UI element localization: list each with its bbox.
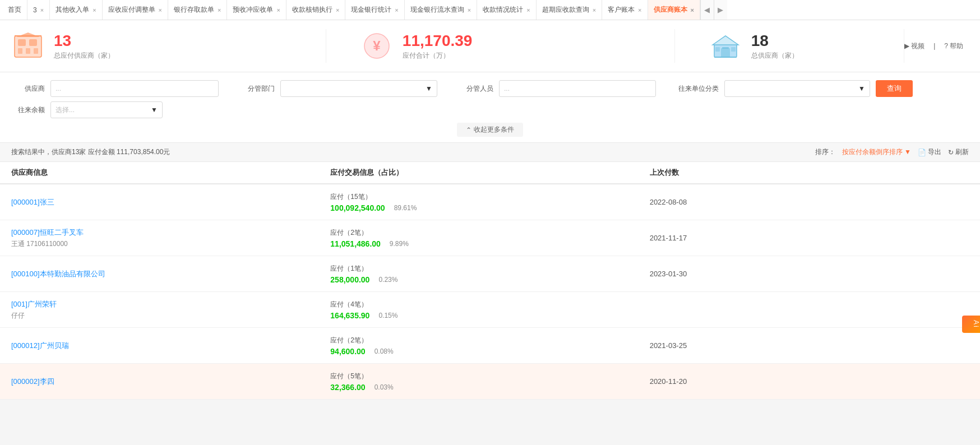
supplier-link-1[interactable]: [000001]张三: [11, 197, 330, 207]
nav-tab-supplier-book[interactable]: 供应商账本 ×: [648, 0, 700, 20]
close-icon[interactable]: ×: [276, 7, 280, 13]
supplier-link-6[interactable]: [000002]李四: [11, 377, 330, 387]
nav-tab-cash-bank-stat-label: 现金银行统计: [351, 5, 391, 15]
trade-amount-1[interactable]: 100,092,540.00: [330, 203, 385, 212]
dept-filter-label: 分管部门: [241, 84, 275, 94]
nav-tab-bank-deposit[interactable]: 银行存取款单 ×: [168, 0, 227, 20]
video-link[interactable]: ▶ 视频: [904, 41, 924, 51]
cell-supplier-5: [000012]广州贝瑞: [11, 341, 330, 351]
table-row: [000007]恒旺二手叉车 王通 17106110000 应付（2笔） 11,…: [0, 220, 980, 256]
trade-row-5: 94,600.00 0.08%: [330, 347, 649, 356]
nav-arrow-left[interactable]: ◀: [700, 0, 714, 20]
refresh-button[interactable]: ↻ 刷新: [948, 147, 969, 157]
close-icon[interactable]: ×: [40, 7, 44, 13]
category-select[interactable]: ▼: [724, 80, 870, 97]
svg-text:¥: ¥: [373, 38, 381, 53]
trade-label-3: 应付（1笔）: [330, 264, 649, 274]
svg-rect-0: [15, 36, 41, 57]
nav-tab-overdue[interactable]: 超期应收款查询 ×: [537, 0, 602, 20]
filter-area: 供应商 ... 分管部门 ▼ 分管人员 ... 往来单位分类 ▼ 查询 往来余额…: [0, 72, 980, 143]
collapse-label: 收起更多条件: [474, 125, 514, 135]
trade-label-2: 应付（2笔）: [330, 228, 649, 238]
nav-tab-supplier-book-label: 供应商账本: [654, 5, 687, 15]
cell-supplier-2: [000007]恒旺二手叉车 王通 17106110000: [11, 228, 330, 249]
supplier-link-5[interactable]: [000012]广州贝瑞: [11, 341, 330, 351]
svg-marker-11: [713, 36, 738, 45]
trade-percent-3: 0.23%: [378, 276, 397, 284]
nav-tab-cash-flow[interactable]: 现金银行流水查询 ×: [405, 0, 477, 20]
trade-row-2: 11,051,486.00 9.89%: [330, 239, 649, 248]
close-icon[interactable]: ×: [159, 7, 162, 13]
close-icon[interactable]: ×: [395, 7, 398, 13]
cell-date-6: 2020-11-20: [650, 377, 969, 386]
nav-tab-other-income[interactable]: 其他收入单 ×: [50, 0, 102, 20]
nav-tab-3[interactable]: 3 ×: [27, 0, 50, 20]
chevron-down-icon: ▼: [904, 148, 911, 156]
trade-amount-2[interactable]: 11,051,486.00: [330, 239, 381, 248]
help-link[interactable]: ? 帮助: [944, 41, 963, 51]
help-icon: ?: [944, 42, 948, 50]
balance-filter-label: 往来余额: [11, 105, 45, 115]
balance-placeholder: 选择...: [56, 105, 75, 115]
trade-row-3: 258,000.00 0.23%: [330, 275, 649, 284]
table-row: [000001]张三 应付（15笔） 100,092,540.00 89.61%…: [0, 184, 980, 220]
balance-select[interactable]: 选择... ▼: [50, 101, 163, 118]
col-header-last-payment: 上次付数: [650, 168, 969, 178]
sort-label: 排序：: [815, 147, 835, 157]
nav-tab-collection-stat-label: 收款情况统计: [483, 5, 523, 15]
video-icon: ▶: [904, 42, 909, 50]
ai-assistant-badge[interactable]: Ai: [962, 316, 980, 333]
top-nav: 首页 3 × 其他收入单 × 应收应付调整单 × 银行存取款单 × 预收冲应收单…: [0, 0, 980, 20]
svg-rect-2: [29, 39, 37, 46]
close-icon[interactable]: ×: [218, 7, 221, 13]
supplier-icon: [11, 29, 45, 63]
cell-date-5: 2021-03-25: [650, 341, 969, 350]
close-icon[interactable]: ×: [93, 7, 96, 13]
stat-amount-number: 11,170.39: [403, 32, 473, 50]
nav-tab-collection[interactable]: 收款核销执行 ×: [286, 0, 345, 20]
refresh-icon: ↻: [948, 149, 954, 156]
cell-date-2: 2021-11-17: [650, 234, 969, 242]
stat-payable-number: 13: [54, 32, 114, 50]
close-icon[interactable]: ×: [336, 7, 339, 13]
cell-trade-4: 应付（4笔） 164,635.90 0.15%: [330, 300, 649, 320]
trade-amount-5[interactable]: 94,600.00: [330, 347, 365, 356]
person-input[interactable]: ...: [499, 80, 656, 97]
trade-amount-6[interactable]: 32,366.00: [330, 383, 365, 392]
dept-select[interactable]: ▼: [280, 80, 437, 97]
nav-tab-advance[interactable]: 预收冲应收单 ×: [227, 0, 286, 20]
export-button[interactable]: 📄 导出: [918, 147, 941, 157]
supplier-link-2[interactable]: [000007]恒旺二手叉车: [11, 228, 330, 238]
collapse-button[interactable]: ⌃ 收起更多条件: [457, 123, 523, 137]
svg-rect-15: [731, 47, 736, 52]
sort-select[interactable]: 按应付余额倒序排序 ▼: [842, 147, 911, 157]
cell-supplier-6: [000002]李四: [11, 377, 330, 387]
query-button[interactable]: 查询: [876, 80, 913, 97]
trade-amount-3[interactable]: 258,000.00: [330, 275, 369, 284]
trade-label-4: 应付（4笔）: [330, 300, 649, 309]
trade-amount-4[interactable]: 164,635.90: [330, 311, 369, 320]
nav-arrow-right[interactable]: ▶: [714, 0, 727, 20]
stat-total-suppliers: 18 总供应商（家）: [675, 29, 905, 63]
close-icon[interactable]: ×: [593, 7, 596, 13]
nav-tab-adjustment[interactable]: 应收应付调整单 ×: [103, 0, 168, 20]
store-icon: [709, 29, 742, 63]
nav-tab-home[interactable]: 首页: [2, 0, 27, 20]
nav-tab-collection-stat[interactable]: 收款情况统计 ×: [477, 0, 536, 20]
help-label: 帮助: [950, 41, 963, 51]
close-icon[interactable]: ×: [691, 7, 694, 13]
refresh-label: 刷新: [955, 147, 969, 157]
nav-tab-cash-bank-stat[interactable]: 现金银行统计 ×: [345, 0, 404, 20]
col-header-supplier: 供应商信息: [11, 168, 330, 178]
nav-tab-collection-label: 收款核销执行: [292, 5, 332, 15]
supplier-input[interactable]: ...: [50, 80, 219, 97]
supplier-link-4[interactable]: [001]广州荣轩: [11, 299, 330, 309]
supplier-link-3[interactable]: [000100]本特勤油品有限公司: [11, 269, 330, 279]
stat-total-number: 18: [751, 32, 798, 50]
close-icon[interactable]: ×: [526, 7, 530, 13]
close-icon[interactable]: ×: [468, 7, 471, 13]
close-icon[interactable]: ×: [638, 7, 641, 13]
person-filter-label: 分管人员: [460, 84, 493, 94]
nav-tab-customer-book[interactable]: 客户账本 ×: [602, 0, 648, 20]
result-bar: 搜索结果中，供应商13家 应付金额 111,703,854.00元 排序： 按应…: [0, 143, 980, 162]
